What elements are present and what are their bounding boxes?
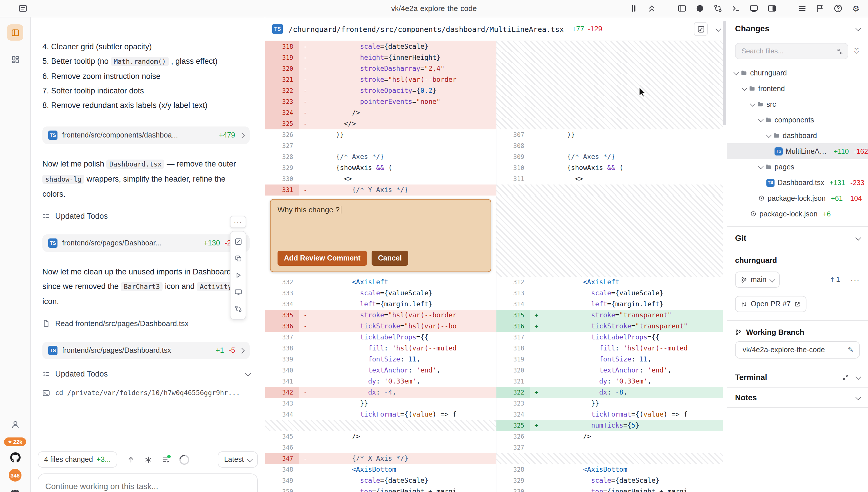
read-file-row[interactable]: Read frontend/src/pages/Dashboard.tsx	[42, 319, 250, 328]
tree-item-churnguard[interactable]: churnguard	[727, 65, 868, 81]
tree-chevron[interactable]	[750, 101, 756, 107]
expand-icon[interactable]	[842, 374, 849, 380]
latest-dropdown[interactable]: Latest	[218, 451, 258, 468]
git-more-icon[interactable]: ···	[850, 275, 860, 284]
tree-chevron[interactable]	[758, 117, 764, 122]
terminal-command-row[interactable]: cd /private/var/folders/10/h7w0q46556ggr…	[42, 389, 250, 397]
search-files-box[interactable]	[735, 43, 848, 59]
chevron-down-icon[interactable]	[855, 25, 861, 31]
chevron-down-icon[interactable]	[855, 374, 861, 380]
play-icon[interactable]	[232, 268, 244, 283]
run-flag-icon[interactable]	[815, 3, 825, 14]
tree-item-src[interactable]: src	[727, 96, 868, 112]
todo-list-icon[interactable]	[162, 456, 169, 463]
diff-collapse-chevron[interactable]	[715, 26, 721, 32]
notes-section-header[interactable]: Notes	[727, 388, 868, 407]
git-compare-icon[interactable]	[712, 3, 723, 14]
tree-item-package-lock-json[interactable]: package-lock.json+61-104	[727, 190, 868, 206]
help-icon[interactable]	[832, 3, 843, 14]
monitor-icon[interactable]	[232, 284, 244, 300]
code-line: dy: '0.33em',	[312, 376, 496, 387]
tree-chevron[interactable]	[742, 85, 748, 91]
diff-right-cell	[496, 453, 723, 464]
ahead-count[interactable]: ↑1	[830, 276, 840, 284]
code-line: textAnchor: 'end',	[312, 365, 496, 376]
settings-gear-icon[interactable]: ⚙	[850, 3, 861, 14]
working-branch-input[interactable]	[742, 345, 843, 354]
terminal-icon[interactable]	[730, 3, 741, 14]
rail-item-board[interactable]	[7, 51, 23, 67]
tree-chevron[interactable]	[734, 70, 740, 75]
tree-item-components[interactable]: components	[727, 112, 868, 128]
cancel-button[interactable]: Cancel	[372, 251, 408, 266]
review-mode-icon[interactable]	[694, 22, 708, 36]
line-number: 321	[496, 376, 530, 387]
updated-todos-row[interactable]: Updated Todos	[42, 212, 250, 220]
discord-icon[interactable]	[9, 487, 21, 492]
files-changed-chip[interactable]: 4 files changed +3...	[38, 451, 117, 468]
tree-item-dashboard-tsx[interactable]: TSDashboard.tsx+131-233	[727, 175, 868, 190]
message-input[interactable]	[45, 482, 250, 491]
sparkle-icon[interactable]	[145, 456, 152, 463]
review-comment-box[interactable]: Why this change ?Add Review CommentCance…	[270, 199, 491, 272]
diff-body[interactable]: 318- scale={dateScale}319- height={inner…	[265, 41, 727, 492]
tree-item-frontend[interactable]: frontend	[727, 81, 868, 96]
file-change-chip[interactable]: TSfrontend/src/components/dashboa...+479	[42, 126, 250, 144]
line-number: 324	[265, 107, 299, 118]
menu-icon[interactable]	[797, 3, 807, 14]
edit-pencil-icon[interactable]: ✎	[848, 346, 853, 353]
code-line: />	[312, 431, 496, 442]
message-more-button[interactable]: ···	[230, 216, 246, 228]
updated-todos-row[interactable]: Updated Todos	[42, 370, 250, 378]
heart-icon[interactable]: ♡	[853, 47, 860, 55]
added-count: +130	[204, 239, 220, 247]
panel-left-icon[interactable]	[676, 3, 687, 14]
github-icon[interactable]	[9, 451, 21, 464]
working-branch-field[interactable]: ✎	[735, 341, 860, 359]
git-compare-icon[interactable]	[232, 301, 244, 317]
file-change-chip[interactable]: TSfrontend/src/pages/Dashboar...+130-22	[42, 235, 250, 252]
chevron-down-icon[interactable]	[245, 371, 251, 376]
tree-chevron[interactable]	[766, 132, 772, 138]
pause-icon[interactable]	[628, 3, 639, 14]
branch-dropdown[interactable]: main	[735, 272, 780, 288]
tree-item-multilinearea-tsx[interactable]: TSMultiLineArea.tsx+110-162	[727, 143, 868, 159]
scroll-top-icon[interactable]	[127, 456, 135, 463]
diff-right-cell: 309 {/* Axes */}	[496, 151, 723, 163]
account-icon[interactable]	[7, 416, 23, 432]
changes-section-header[interactable]: Changes	[727, 18, 868, 40]
change-marker	[530, 129, 543, 141]
chat-bubble-icon[interactable]	[695, 3, 705, 14]
collapse-icon[interactable]	[646, 3, 657, 14]
github-stars-badge[interactable]: ★22k	[4, 438, 26, 446]
tree-chevron[interactable]	[758, 164, 764, 169]
diff-left-cell: 348 <AxisBottom	[265, 464, 496, 475]
tree-item-pages[interactable]: pages	[727, 159, 868, 175]
diff-left-cell: 338 fill: 'hsl(var(--muted	[265, 343, 496, 354]
message-input-box[interactable]: Opus Default Send ✎	[38, 473, 258, 492]
search-files-input[interactable]	[740, 46, 834, 56]
file-change-chip[interactable]: TSfrontend/src/pages/Dashboard.tsx+1-5	[42, 342, 250, 359]
chevron-down-icon[interactable]	[855, 394, 861, 400]
open-pr-button[interactable]: Open PR #7	[735, 296, 806, 312]
add-review-comment-button[interactable]: Add Review Comment	[278, 251, 367, 266]
review-icon[interactable]	[232, 234, 244, 249]
shrink-icon[interactable]	[837, 48, 843, 54]
panel-right-icon[interactable]	[767, 3, 777, 14]
change-marker	[530, 486, 543, 492]
change-marker: +	[530, 310, 543, 321]
diff-scrollbar[interactable]	[723, 21, 726, 125]
tree-item-dashboard[interactable]: dashboard	[727, 128, 868, 143]
tree-item-package-lock-json[interactable]: package-lock.json+6	[727, 206, 868, 222]
rail-item-tasks[interactable]	[7, 24, 23, 41]
transcript-icon[interactable]	[18, 3, 28, 14]
change-marker	[530, 343, 543, 354]
copy-icon[interactable]	[232, 251, 244, 266]
monitor-icon[interactable]	[748, 3, 759, 14]
git-section-header[interactable]: Git	[727, 227, 868, 249]
review-comment-text[interactable]: Why this change ?	[278, 205, 342, 214]
discord-members-badge[interactable]: 346	[9, 469, 22, 482]
branch-icon	[735, 329, 742, 335]
terminal-section-header[interactable]: Terminal	[727, 367, 868, 387]
chevron-down-icon[interactable]	[855, 235, 861, 241]
